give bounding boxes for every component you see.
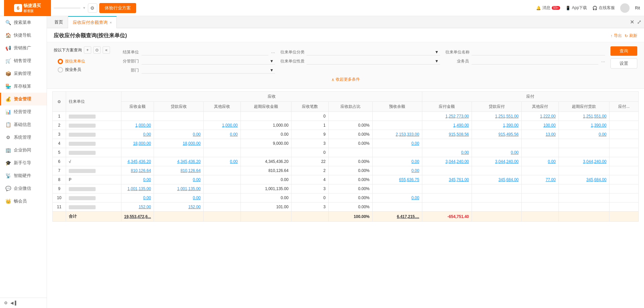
sidebar-item-sales[interactable]: 🛒 销售管理 [0, 54, 47, 67]
row-ar-advance[interactable]: 2,153,333.00 [372, 130, 422, 139]
table-row: 21,000.001,000.001,000.0010.00%1,490.001… [53, 121, 639, 130]
sidebar-item-hardware[interactable]: 📡 智能硬件 [0, 169, 47, 182]
row-ar-loan[interactable]: 152.00 [154, 203, 204, 212]
row-ar-loan[interactable]: 18,000.00 [154, 139, 204, 148]
row-ap-overdue[interactable]: 345,684.00 [558, 175, 609, 184]
row-ap-overdue[interactable]: 0.00 [558, 130, 609, 139]
sidebar-item-purchase[interactable]: 📦 采购管理 [0, 67, 47, 80]
add-scheme-btn[interactable]: + [84, 46, 91, 54]
sidebar-item-guide[interactable]: 🎓 新手引导 [0, 157, 47, 169]
window-close-btn[interactable]: ✕ [630, 19, 634, 25]
edit-scheme-btn[interactable]: ⊙ [93, 46, 101, 54]
sidebar-item-finance[interactable]: 💰 资金管理 [0, 93, 47, 105]
filter-dept: 部门 ▼ [115, 67, 275, 74]
option-by-partner[interactable]: 按往来单位 [56, 58, 107, 65]
row-ar-amount[interactable]: 1,000.00 [121, 121, 154, 130]
row-ap-overdue[interactable]: 3,044,240.00 [558, 157, 609, 166]
row-ap-overdue[interactable]: 1,251,551.00 [558, 112, 609, 121]
footer-ar-advance[interactable]: 6,417,215.... [372, 212, 422, 222]
option-by-salesperson[interactable]: 按业务员 [56, 66, 107, 73]
sidebar-item-operation[interactable]: 📊 经营管理 [0, 105, 47, 118]
messages-button[interactable]: 🔔 消息 99+ [536, 5, 560, 11]
settlement-unit-dots[interactable]: ··· [271, 50, 275, 55]
row-ap-other[interactable]: 13.00 [522, 130, 559, 139]
row-ap-overdue[interactable]: 1,390.00 [558, 121, 609, 130]
row-ap-amount[interactable]: 0.00 [422, 148, 472, 157]
sidebar-item-wechat[interactable]: 💬 企业微信 [0, 182, 47, 195]
row-ar-amount[interactable]: 0.00 [121, 175, 154, 184]
row-ar-other[interactable]: 1,000.00 [204, 121, 241, 130]
salesperson-input[interactable] [472, 58, 598, 64]
row-ar-amount[interactable]: 0.00 [121, 130, 154, 139]
query-button[interactable]: 查询 [610, 46, 637, 56]
collapse-scheme-btn[interactable]: « [103, 46, 110, 54]
row-ar-amount[interactable]: 0.00 [121, 193, 154, 203]
row-ar-loan[interactable]: 0.00 [154, 193, 204, 203]
row-ap-other[interactable]: 0.00 [522, 157, 559, 166]
collapse-bar[interactable]: ∧ 收起更多条件 [54, 75, 637, 84]
row-ar-advance[interactable]: 655,636.75 [372, 175, 422, 184]
export-button[interactable]: ↑ 导出 [610, 33, 622, 39]
row-ap-amount[interactable]: 1,252,773.00 [422, 112, 472, 121]
row-ap-amount[interactable]: 345,761.00 [422, 175, 472, 184]
tab-ar-query[interactable]: 应收应付余额查询 × [68, 16, 117, 28]
row-ar-advance[interactable]: 0.00 [372, 193, 422, 203]
tab-home[interactable]: 首页 [50, 16, 68, 28]
row-ar-loan[interactable]: 4,345,436.20 [154, 157, 204, 166]
row-ar-amount[interactable]: 1,001,135.00 [121, 184, 154, 193]
row-ar-amount[interactable]: 810,126.64 [121, 166, 154, 175]
sidebar-item-member[interactable]: 👑 畅会员 [0, 195, 47, 208]
sidebar-item-basic-info[interactable]: 📋 基础信息 [0, 118, 47, 131]
sidebar-settings-btn[interactable]: ⚙ [4, 301, 8, 305]
row-ar-other[interactable]: 0.00 [204, 130, 241, 139]
dept-select[interactable]: ▼ [142, 67, 275, 74]
row-ap-other[interactable]: 77.00 [522, 175, 559, 184]
row-ap-loan[interactable]: 1,390.00 [472, 121, 522, 130]
footer-ar-amount[interactable]: 19,553,472,6... [121, 212, 154, 222]
table-settings-header[interactable]: ⚙ [53, 92, 66, 112]
row-ap-other[interactable]: 100.00 [522, 121, 559, 130]
row-ar-advance[interactable]: 0.00 [372, 157, 422, 166]
row-ar-loan[interactable]: 810,126.64 [154, 166, 204, 175]
row-ar-loan[interactable]: 0.00 [154, 130, 204, 139]
row-ap-other[interactable]: 1,222.00 [522, 112, 559, 121]
row-ar-loan[interactable]: 1,001,135.00 [154, 184, 204, 193]
row-ar-advance[interactable]: 0.00 [372, 139, 422, 148]
partner-category-select[interactable]: ▼ [307, 49, 440, 55]
salesperson-dots[interactable]: ··· [601, 59, 605, 64]
sidebar-collapse-btn[interactable]: ◀▐ [10, 301, 16, 305]
online-service-button[interactable]: 🎧 在线客服 [592, 5, 615, 11]
row-ap-amount[interactable]: 3,044,240.00 [422, 157, 472, 166]
sidebar-item-inventory[interactable]: 🏪 库存核算 [0, 80, 47, 93]
refresh-button[interactable]: ↻ 刷新 [625, 33, 637, 39]
row-ap-loan[interactable]: 915,495.56 [472, 130, 522, 139]
sidebar-item-system[interactable]: ⚙ 系统管理 [0, 131, 47, 144]
row-ap-loan[interactable]: 0.00 [472, 148, 522, 157]
avatar[interactable] [620, 3, 630, 13]
row-ar-amount[interactable]: 152.00 [121, 203, 154, 212]
dept-manager-select[interactable]: ▼ [142, 58, 275, 64]
sidebar-item-marketing[interactable]: 📢 营销推广 [0, 42, 47, 54]
partner-name-input[interactable] [472, 49, 605, 55]
sidebar-item-enterprise[interactable]: 🏢 企业协同 [0, 144, 47, 157]
sidebar-item-quick-nav[interactable]: 🏠 快捷导航 [0, 29, 47, 42]
row-ap-loan[interactable]: 3,044,240.00 [472, 157, 522, 166]
row-ap-amount[interactable]: 1,490.00 [422, 121, 472, 130]
partner-nature-select[interactable]: ▼ [307, 58, 440, 64]
tab-close-icon[interactable]: × [110, 20, 112, 25]
app-download-button[interactable]: 📱 App下载 [566, 5, 587, 11]
row-ap-amount[interactable]: 915,508.56 [422, 130, 472, 139]
row-ar-amount[interactable]: 4,345,436.20 [121, 157, 154, 166]
row-ap-loan[interactable]: 1,251,551.00 [472, 112, 522, 121]
row-ar-advance[interactable]: 0.00 [372, 166, 422, 175]
row-ar-amount[interactable]: 18,000.00 [121, 139, 154, 148]
window-expand-btn[interactable]: ⤢ [637, 19, 641, 25]
settlement-unit-input[interactable] [142, 49, 268, 55]
row-ap-loan[interactable]: 345,684.00 [472, 175, 522, 184]
sidebar-item-search[interactable]: 🔍 搜索菜单 [0, 16, 47, 29]
trial-button[interactable]: 体验行业方案 [99, 3, 136, 13]
row-ar-other[interactable]: 0.00 [204, 157, 241, 166]
set-button[interactable]: 设置 [610, 58, 637, 69]
settings-button[interactable]: ⚙ [88, 3, 97, 13]
row-ar-loan[interactable]: 0.00 [154, 175, 204, 184]
